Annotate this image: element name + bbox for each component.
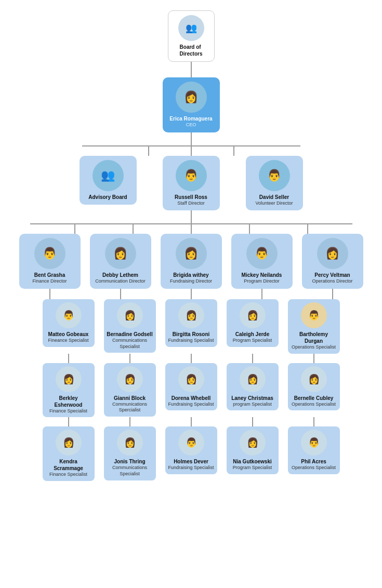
conn-l2-l3 xyxy=(191,210,192,223)
bernelle-name: Bernelle Cubley xyxy=(294,395,334,402)
dorena-name: Dorena Whebell xyxy=(172,395,211,402)
ceo-node[interactable]: 👩 Erica Romaguera CEO xyxy=(163,77,220,132)
berkley-name: Berkley Esherwood xyxy=(45,395,92,408)
mickey-title: Program Director xyxy=(244,278,280,285)
conn-l3-1 xyxy=(133,224,134,234)
nia-node: 👩 Nia Gutkoewski Program Specialist xyxy=(227,426,279,474)
dorena-avatar: 👩 xyxy=(178,366,204,392)
matteo-box[interactable]: 👨 Matteo Gobeaux Fineance Specialist xyxy=(43,299,95,347)
berkley-avatar: 👩 xyxy=(56,366,82,392)
gianni-title: Communications Spercialist xyxy=(107,402,153,413)
laney-name: Laney Christmas xyxy=(231,395,273,402)
bent-name: Bent Grasha xyxy=(34,272,65,278)
conn-l4-3 xyxy=(261,289,262,299)
gianni-box[interactable]: 👩 Gianni Block Communications Spercialis… xyxy=(104,363,156,417)
matteo-avatar: 👨 xyxy=(56,302,82,328)
l4-r2-r3-connectors xyxy=(5,417,377,426)
debby-avatar: 👩 xyxy=(105,238,136,269)
david-box[interactable]: 👨 David Seller Volunteer Director xyxy=(246,156,303,211)
bent-title: Finance Director xyxy=(32,278,67,285)
kendra-box[interactable]: 👩 Kendra Scrammage Finance Specialist xyxy=(43,426,95,481)
caleigh-name: Caleigh Jerde xyxy=(235,331,270,338)
holmes-box[interactable]: 👨 Holmes Dever Fundraising Specialist xyxy=(165,426,217,474)
nia-box[interactable]: 👩 Nia Gutkoewski Program Specialist xyxy=(227,426,279,474)
bernadine-node: 👩 Bernadine Godsell Communications Speci… xyxy=(104,299,156,353)
ceo-title: CEO xyxy=(186,122,196,128)
level3-vert-connectors xyxy=(5,224,377,234)
bernadine-box[interactable]: 👩 Bernadine Godsell Communications Speci… xyxy=(104,299,156,353)
bartholemy-title: Operations Specialist xyxy=(292,344,336,351)
debby-box[interactable]: 👩 Debby Lethem Communication Director xyxy=(90,234,151,289)
bartholemy-box[interactable]: 👨 Bartholemy Durgan Operations Specialis… xyxy=(288,299,340,354)
mickey-box[interactable]: 👨 Mickey Neilands Program Director xyxy=(231,234,293,289)
ceo-name: Erica Romaguera xyxy=(169,115,212,122)
level4-row2: 👩 Berkley Esherwood Finance Specialist 👩… xyxy=(5,363,377,418)
nia-avatar: 👩 xyxy=(240,430,266,456)
l4-r1-r2-connectors xyxy=(5,354,377,363)
berkley-title: Finance Specialist xyxy=(49,408,87,415)
caleigh-node: 👩 Caleigh Jerde Program Specialist xyxy=(227,299,279,347)
bartholemy-node: 👨 Bartholemy Durgan Operations Specialis… xyxy=(288,299,340,354)
kendra-node: 👩 Kendra Scrammage Finance Specialist xyxy=(43,426,95,481)
phil-avatar: 👨 xyxy=(301,430,327,456)
conn-david xyxy=(233,146,234,156)
birgitta-title: Fundraising Specialist xyxy=(168,338,214,344)
brigida-node: 👩 Brigida withey Fundraising Director xyxy=(161,234,222,289)
advisory-board-node: 👥 Advisory Board xyxy=(80,156,137,205)
phil-box[interactable]: 👨 Phil Acres Operations Specialist xyxy=(288,426,340,474)
ceo-avatar: 👩 xyxy=(176,82,207,113)
kendra-avatar: 👩 xyxy=(56,430,82,456)
bent-box[interactable]: 👨 Bent Grasha Finance Director xyxy=(19,234,81,289)
laney-node: 👩 Laney Christmas program Specialist xyxy=(227,363,279,411)
brigida-title: Fundraising Director xyxy=(170,278,212,285)
level3-nodes: 👨 Bent Grasha Finance Director 👩 Debby L… xyxy=(5,234,377,289)
mickey-avatar: 👨 xyxy=(246,238,278,269)
level4-row3: 👩 Kendra Scrammage Finance Specialist 👩 … xyxy=(5,426,377,491)
percy-title: Operations Director xyxy=(312,278,352,285)
jonis-node: 👩 Jonis Thring Communications Specialist xyxy=(104,426,156,480)
jonis-title: Communications Specialist xyxy=(107,465,153,477)
dorena-box[interactable]: 👩 Dorena Whebell Fundraising Specialist xyxy=(165,363,217,411)
russell-name: Russell Ross xyxy=(175,194,207,201)
nia-title: Program Specialist xyxy=(233,465,272,471)
russell-box[interactable]: 👨 Russell Ross Staff Director xyxy=(163,156,220,211)
advisory-avatar: 👥 xyxy=(93,160,124,191)
jonis-name: Jonis Thring xyxy=(114,458,146,465)
level2-connectors xyxy=(148,146,234,156)
phil-title: Operations Specialist xyxy=(292,465,336,471)
advisory-name: Advisory Board xyxy=(88,194,127,201)
holmes-avatar: 👨 xyxy=(178,430,204,456)
bent-avatar: 👨 xyxy=(34,238,65,269)
laney-box[interactable]: 👩 Laney Christmas program Specialist xyxy=(227,363,279,411)
conn-advisory xyxy=(148,146,149,156)
laney-avatar: 👩 xyxy=(240,366,266,392)
board-name: Board of Directors xyxy=(180,44,203,57)
bent-node: 👨 Bent Grasha Finance Director xyxy=(19,234,81,289)
phil-name: Phil Acres xyxy=(301,458,326,465)
birgitta-box[interactable]: 👩 Birgitta Rosoni Fundraising Specialist xyxy=(165,299,217,347)
conn-l4-0 xyxy=(49,289,50,299)
caleigh-title: Program Specialist xyxy=(233,338,272,344)
gianni-avatar: 👩 xyxy=(117,366,143,392)
advisory-box[interactable]: 👥 Advisory Board xyxy=(80,156,137,205)
holmes-title: Fundraising Specialist xyxy=(168,465,214,471)
mickey-name: Mickey Neilands xyxy=(242,272,282,278)
bernelle-title: Operations Specialist xyxy=(292,402,336,408)
brigida-avatar: 👩 xyxy=(176,238,207,269)
david-title: Volunteer Director xyxy=(255,201,293,207)
level1-col: 👩 Erica Romaguera CEO xyxy=(163,77,220,145)
bernelle-box[interactable]: 👩 Bernelle Cubley Operations Specialist xyxy=(288,363,340,411)
caleigh-box[interactable]: 👩 Caleigh Jerde Program Specialist xyxy=(227,299,279,347)
level2-nodes: 👥 Advisory Board 👨 Russell Ross Staff Di… xyxy=(80,156,303,211)
percy-box[interactable]: 👩 Percy Veltman Operations Director xyxy=(302,234,363,289)
bernelle-node: 👩 Bernelle Cubley Operations Specialist xyxy=(288,363,340,411)
org-chart: 👥 Board of Directors 👩 Erica Romaguera C… xyxy=(0,0,382,502)
brigida-box[interactable]: 👩 Brigida withey Fundraising Director xyxy=(161,234,222,289)
board-node[interactable]: 👥 Board of Directors xyxy=(168,10,215,62)
conn-l3-3 xyxy=(249,224,250,234)
level2-section: 👥 Advisory Board 👨 Russell Ross Staff Di… xyxy=(5,145,377,211)
bartholemy-avatar: 👨 xyxy=(301,302,327,328)
kendra-title: Finance Specialist xyxy=(49,472,87,478)
jonis-box[interactable]: 👩 Jonis Thring Communications Specialist xyxy=(104,426,156,480)
berkley-box[interactable]: 👩 Berkley Esherwood Finance Specialist xyxy=(43,363,95,418)
